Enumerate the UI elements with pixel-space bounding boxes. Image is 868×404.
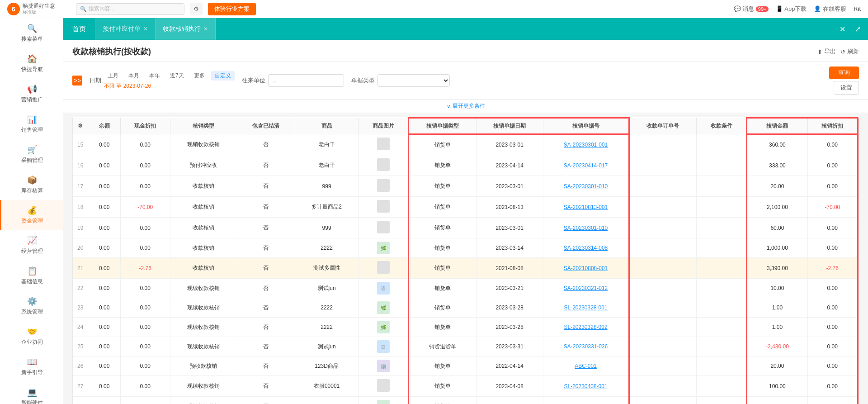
date-btn-7days[interactable]: 近7天 [166,71,188,81]
page: 收款核销执行(按收款) ⬆ 导出 ↺ 刷新 >> 日期 [63,40,868,404]
row-product-img: 🖼 [358,337,408,356]
row-product-img [358,258,408,279]
chevron-down-icon: ∨ [447,103,451,109]
row-writeoff-bill-no[interactable]: SA-20230321-012 [543,279,629,298]
th-balance: 余额 [88,118,121,134]
row-include-settled: 否 [237,397,295,404]
tab-home[interactable]: 首页 [63,18,95,40]
row-receipt-order-no [629,176,697,197]
sidebar-item-basic-info[interactable]: 📋 基础信息 [0,261,63,291]
table-row: 170.000.00收款核销否999销货单2023-03-01SA-202303… [73,176,858,197]
filter-expand-button[interactable]: >> [72,76,82,86]
tab-writeoff[interactable]: 收款核销执行 ✕ [156,18,216,40]
row-writeoff-bill-no[interactable]: SA-20230301-010 [543,176,629,197]
row-product: 999 [295,218,358,238]
row-id: 28 [73,397,88,404]
row-writeoff-bill-no[interactable]: SA-20230301-001 [543,134,629,155]
counterpart-input[interactable] [268,74,344,87]
row-writeoff-date: 2022-04-14 [476,356,543,376]
sidebar-item-finance[interactable]: 💰 资金管理 [0,200,63,230]
th-product-img: 商品图片 [358,118,408,134]
settings-button[interactable]: 设置 [834,81,859,95]
table-row: 250.000.00现续收款核销否测试jun🖼销货退货单2023-03-31SA… [73,337,858,356]
sidebar-item-collab[interactable]: 🤝 企业协同 [0,321,63,352]
row-include-settled: 否 [237,298,295,318]
sidebar-item-system[interactable]: ⚙️ 系统管理 [0,291,63,321]
row-writeoff-bill-no[interactable]: SA-20230331-026 [543,337,629,356]
row-product: 123D商品 [295,356,358,376]
sidebar-item-hardware[interactable]: 💻 智能硬件 [0,382,63,404]
row-id: 19 [73,218,88,238]
settings-icon[interactable]: ⚙ [190,3,203,15]
row-receipt-order-no [629,134,697,155]
row-receipt-order-no [629,318,697,337]
message-area[interactable]: 💬 消息 99+ [734,5,769,13]
online-service-link[interactable]: 👤 在线客服 [814,5,846,13]
date-filter-label: 日期 [90,76,101,85]
row-writeoff-bill-no[interactable]: SA-20230414-017 [543,155,629,176]
tab-close-writeoff[interactable]: ✕ [203,26,208,32]
row-receipt-condition [697,397,747,404]
row-receipt-order-no [629,376,697,397]
sidebar-item-purchase[interactable]: 🛒 采购管理 [0,139,63,170]
sidebar-item-quick-nav[interactable]: 🏠 快捷导航 [0,48,63,79]
row-writeoff-bill-no[interactable]: SL-20230408-001 [543,376,629,397]
page-header: 收款核销执行(按收款) ⬆ 导出 ↺ 刷新 [63,40,868,62]
date-btn-this-year[interactable]: 本年 [146,71,164,81]
row-writeoff-bill-no[interactable]: SL-20230328-001 [543,298,629,318]
sidebar-item-marketing[interactable]: 📢 营销推广 [0,79,63,109]
row-writeoff-amount: 60.00 [747,218,807,238]
product-image: 🌿 [377,242,390,254]
receipt-type-select[interactable] [377,74,450,87]
close-all-tabs-button[interactable]: ✕ [835,22,849,36]
row-writeoff-bill-no[interactable]: SA-20230301-010 [543,218,629,238]
row-writeoff-bill-type: 销货单 [409,134,476,155]
row-receipt-condition [697,356,747,376]
sidebar-item-management[interactable]: 📈 经营管理 [0,230,63,261]
guide-icon: 📖 [27,357,37,367]
row-id: 26 [73,356,88,376]
top-search-box[interactable]: 🔍 搜索内容... [76,3,184,15]
date-custom-btn[interactable]: 自定义 [211,71,235,81]
solution-button[interactable]: 体验行业方案 [208,3,256,15]
query-button[interactable]: 查询 [829,67,859,79]
row-include-settled: 否 [237,279,295,298]
expand-more-button[interactable]: ∨ 展开更多条件 [447,102,485,110]
export-button[interactable]: ⬆ 导出 [817,48,836,56]
product-image [377,138,390,150]
row-writeoff-bill-type: 销货单 [409,356,476,376]
date-btn-more[interactable]: 更多 [190,71,208,81]
row-writeoff-type: 收款核销 [170,197,237,218]
sidebar-item-label: 采购管理 [21,157,43,164]
table-row: 260.000.00预收款核销否123D商品🏢销货单2022-04-14ABC-… [73,356,858,376]
row-balance: 0.00 [88,176,121,197]
row-product-img [358,197,408,218]
refresh-button[interactable]: ↺ 刷新 [840,48,859,56]
table-row: 150.000.00现销收款核销否老白干销货单2023-03-01SA-2023… [73,134,858,155]
row-writeoff-bill-no[interactable]: SL-20230418-001 [543,397,629,404]
tab-close-prepay[interactable]: ✕ [143,26,148,32]
row-writeoff-bill-no[interactable]: SA-20210808-001 [543,258,629,279]
app-download-link[interactable]: 📱 App下载 [776,5,807,13]
th-product: 商品 [295,118,358,134]
row-product: 测试jun [295,337,358,356]
sidebar-item-search[interactable]: 🔍 搜索菜单 [0,18,63,48]
sidebar-item-sales[interactable]: 📊 销售管理 [0,109,63,139]
date-btn-last-month[interactable]: 上月 [104,71,122,81]
row-writeoff-bill-no[interactable]: SL-20230328-002 [543,318,629,337]
row-receipt-order-no [629,356,697,376]
counterpart-filter-group: 往来单位 [242,74,344,87]
tab-prepay[interactable]: 预付冲应付单 ✕ [95,18,156,40]
row-cash-discount: 0.00 [120,155,170,176]
table-wrapper: ⚙ 余额 现金折扣 核销类型 包含已结清 商品 商品图片 核销单据类型 核销单据… [72,117,859,404]
row-writeoff-bill-type: 销货单 [409,197,476,218]
maximize-button[interactable]: ⤢ [851,22,864,36]
sidebar-item-inventory[interactable]: 📦 库存核算 [0,170,63,200]
row-writeoff-bill-no[interactable]: SA-20210813-001 [543,197,629,218]
sidebar-item-guide[interactable]: 📖 新手引导 [0,352,63,382]
date-btn-this-month[interactable]: 本月 [125,71,143,81]
row-writeoff-bill-no[interactable]: ABC-001 [543,356,629,376]
row-product: 老白干 [295,155,358,176]
row-writeoff-amount: 333.00 [747,155,807,176]
row-writeoff-bill-no[interactable]: SA-20230314-008 [543,238,629,258]
